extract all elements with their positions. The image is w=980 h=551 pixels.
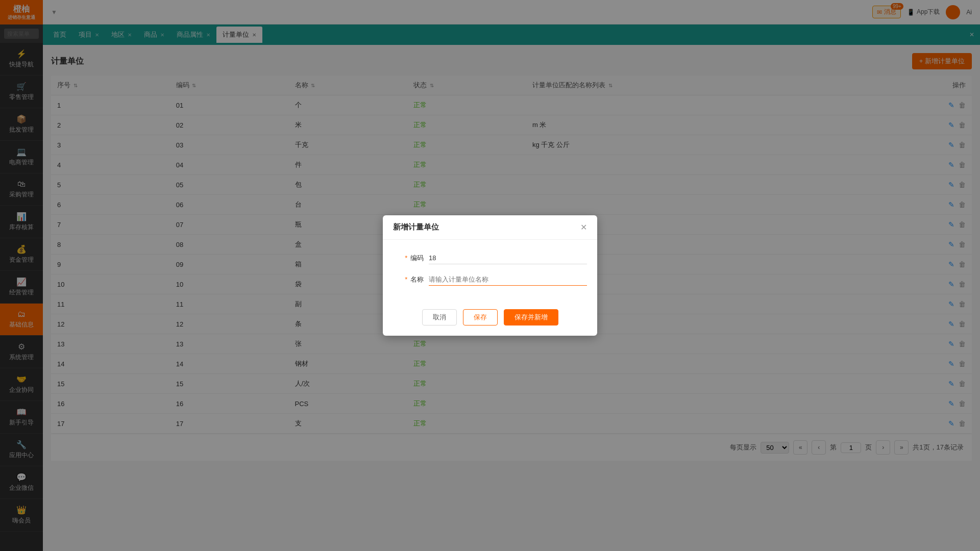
code-required-mark: * bbox=[405, 254, 407, 262]
code-label-text: 编码 bbox=[410, 254, 424, 262]
modal-footer: 取消 保存 保存并新增 bbox=[383, 303, 597, 336]
name-input[interactable] bbox=[429, 273, 587, 286]
cancel-button[interactable]: 取消 bbox=[422, 309, 457, 325]
modal-title: 新增计量单位 bbox=[393, 222, 439, 232]
save-new-button[interactable]: 保存并新增 bbox=[504, 309, 558, 325]
modal: 新增计量单位 ✕ * 编码 * 名称 取消 保存 保存并新增 bbox=[383, 215, 597, 336]
form-label-code: * 编码 bbox=[393, 254, 424, 263]
modal-overlay[interactable]: 新增计量单位 ✕ * 编码 * 名称 取消 保存 保存并新增 bbox=[0, 0, 980, 551]
form-label-name: * 名称 bbox=[393, 275, 424, 284]
form-row-code: * 编码 bbox=[393, 252, 587, 264]
save-button[interactable]: 保存 bbox=[463, 309, 498, 325]
name-label-text: 名称 bbox=[410, 276, 424, 283]
name-required-mark: * bbox=[405, 276, 407, 283]
modal-header: 新增计量单位 ✕ bbox=[383, 215, 597, 240]
code-input[interactable] bbox=[429, 252, 587, 264]
modal-body: * 编码 * 名称 bbox=[383, 240, 597, 303]
modal-close-button[interactable]: ✕ bbox=[580, 222, 587, 232]
form-row-name: * 名称 bbox=[393, 273, 587, 286]
